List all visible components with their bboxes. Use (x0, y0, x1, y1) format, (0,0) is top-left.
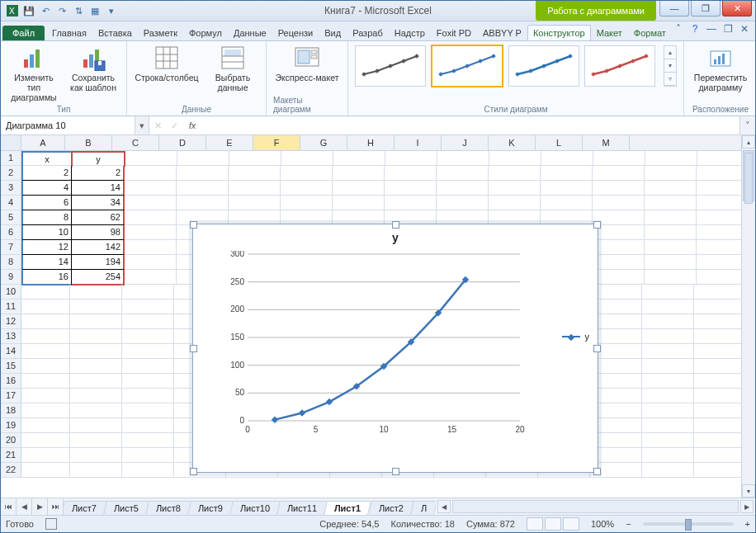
cell[interactable] (437, 196, 489, 210)
cell[interactable] (122, 463, 174, 477)
cell[interactable] (21, 359, 70, 373)
cell[interactable] (70, 418, 122, 432)
cell[interactable] (70, 403, 122, 417)
move-chart-button[interactable]: Переместить диаграмму (691, 45, 750, 92)
cell[interactable] (437, 151, 489, 165)
row-header[interactable]: 19 (1, 418, 21, 432)
zoom-in-button[interactable]: + (745, 519, 750, 529)
cell[interactable] (333, 181, 385, 195)
cell[interactable] (642, 463, 694, 477)
sheet-tab[interactable]: Лист11 (276, 501, 328, 515)
cell[interactable] (437, 166, 489, 180)
ribbon-tab[interactable]: Рецензи (272, 25, 319, 40)
row-header[interactable]: 8 (1, 255, 21, 269)
ribbon-tab[interactable]: Вид (319, 25, 347, 40)
cell[interactable] (125, 225, 177, 239)
cell[interactable]: x (21, 151, 73, 167)
expand-formula-bar[interactable]: ˅ (739, 116, 755, 134)
cancel-formula-icon[interactable]: ✕ (149, 120, 166, 131)
save-as-template-button[interactable]: Сохранить как шаблон (67, 45, 120, 92)
row-header[interactable]: 17 (1, 389, 21, 403)
name-box-dropdown[interactable]: ▾ (135, 116, 149, 134)
row-header[interactable]: 1 (1, 151, 21, 165)
cell[interactable] (281, 196, 333, 210)
cell[interactable] (125, 270, 177, 284)
cell[interactable] (125, 151, 177, 165)
sheet-tab[interactable]: Лист1 (324, 501, 372, 515)
cell[interactable] (177, 151, 229, 165)
cell[interactable] (541, 210, 593, 224)
cell[interactable] (593, 151, 645, 165)
cell[interactable] (122, 389, 174, 403)
cell[interactable] (125, 255, 177, 269)
help-icon[interactable]: ? (689, 23, 701, 35)
cell[interactable]: 14 (72, 181, 125, 196)
page-layout-view-button[interactable] (545, 517, 561, 531)
ribbon-tab[interactable]: Макет (591, 25, 628, 40)
cell[interactable] (645, 225, 697, 239)
cell[interactable] (333, 166, 385, 180)
normal-view-button[interactable] (527, 517, 543, 531)
cell[interactable] (125, 166, 177, 180)
cell[interactable] (645, 270, 697, 284)
cell[interactable] (642, 285, 694, 299)
row-header[interactable]: 20 (1, 433, 21, 447)
qat-dropdown-icon[interactable]: ▾ (105, 4, 118, 17)
column-header[interactable]: L (536, 135, 583, 150)
cell[interactable] (70, 329, 122, 343)
cell[interactable] (385, 166, 437, 180)
chart-title[interactable]: y (193, 231, 598, 244)
sheet-tab[interactable]: Лист2 (368, 501, 414, 515)
cell[interactable]: 254 (72, 270, 125, 285)
cell[interactable] (541, 151, 593, 165)
sheet-tab[interactable]: Лист8 (145, 501, 191, 515)
sheet-nav-last[interactable]: ⏭ (48, 498, 64, 515)
cell[interactable] (122, 418, 174, 432)
ribbon-tab[interactable]: Разметк (138, 25, 183, 40)
mdi-close-icon[interactable]: ✕ (739, 23, 750, 35)
cell[interactable] (122, 314, 174, 328)
sheet-tab[interactable]: Л (410, 501, 436, 515)
row-header[interactable]: 9 (1, 270, 21, 284)
cell[interactable] (70, 433, 122, 447)
cell[interactable] (70, 448, 122, 462)
cell[interactable] (125, 210, 177, 224)
cell[interactable] (122, 344, 174, 358)
cell[interactable] (177, 210, 229, 224)
cell[interactable] (593, 240, 645, 254)
cell[interactable]: 8 (21, 210, 72, 225)
cell[interactable] (385, 151, 437, 165)
row-header[interactable]: 10 (1, 285, 21, 299)
page-break-view-button[interactable] (563, 517, 579, 531)
quick-layout-button[interactable]: Экспресс-макет (273, 45, 341, 83)
column-header[interactable]: F (253, 135, 300, 150)
sheet-tab[interactable]: Лист5 (103, 501, 149, 515)
cell[interactable] (642, 418, 694, 432)
cell[interactable] (21, 463, 70, 477)
column-header[interactable]: J (442, 135, 489, 150)
cell[interactable]: 34 (72, 196, 125, 210)
cell[interactable]: 16 (21, 270, 72, 285)
cell[interactable] (70, 300, 122, 314)
column-header[interactable]: I (395, 135, 442, 150)
embedded-chart[interactable]: y 05010015020025030005101520 y (192, 224, 598, 473)
cell[interactable] (645, 181, 697, 195)
cell[interactable] (645, 166, 697, 180)
cell[interactable] (229, 196, 281, 210)
cell[interactable] (125, 240, 177, 254)
cell[interactable] (645, 255, 697, 269)
cell[interactable] (70, 314, 122, 328)
cell[interactable] (281, 166, 333, 180)
cell[interactable]: 2 (72, 166, 125, 181)
cell[interactable] (642, 433, 694, 447)
cell[interactable] (21, 329, 70, 343)
cell[interactable] (385, 196, 437, 210)
cell[interactable] (21, 344, 70, 358)
cell[interactable] (642, 300, 694, 314)
cell[interactable] (70, 359, 122, 373)
cell[interactable] (333, 196, 385, 210)
ribbon-tab[interactable]: Формул (183, 25, 228, 40)
cell[interactable] (642, 329, 694, 343)
cell[interactable] (593, 166, 645, 180)
column-header[interactable]: H (347, 135, 395, 150)
